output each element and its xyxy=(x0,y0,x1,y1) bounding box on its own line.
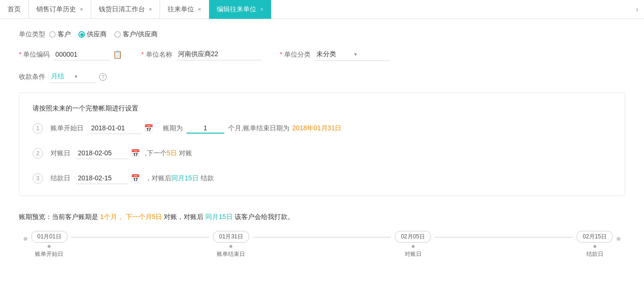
preview-label: 账期预览：当前客户账期是 xyxy=(19,213,98,220)
step-2-row: 2 对账日 📅 ,下一个 5日 对账 xyxy=(33,147,611,159)
step-1-period-input[interactable] xyxy=(186,123,224,134)
tl-label-1: 账单开始日 xyxy=(35,250,63,258)
radio-group: 客户 供应商 客户/供应商 xyxy=(49,30,158,39)
unit-name-label: 单位名称 xyxy=(141,51,172,59)
radio-label-customer: 客户 xyxy=(58,30,71,39)
tl-point-1: 01月01日 账单开始日 xyxy=(27,231,71,258)
unit-category-label: 单位分类 xyxy=(280,51,311,59)
tab-edit-contact[interactable]: 编辑往来单位 × xyxy=(209,0,271,19)
tl-label-4: 结款日 xyxy=(586,250,603,258)
step-3-num: 3 xyxy=(33,173,43,184)
preview-payment-post: 该客户会给我打款。 xyxy=(235,213,294,220)
tl-dot-4 xyxy=(593,245,596,248)
step-3-date-input[interactable] xyxy=(76,172,128,184)
tl-point-3: 02月05日 对账日 xyxy=(391,231,435,258)
radio-both[interactable]: 客户/供应商 xyxy=(114,30,158,39)
step-3-row: 3 结款日 📅 ，对账后 同月15日 结款 xyxy=(33,172,611,184)
timeline: 01月01日 账单开始日 01月31日 账单结束日 02月05日 xyxy=(19,231,625,258)
preview-text: 账期预览：当前客户账期是 1个月， 下一个月5日 对账，对账后 同月15日 该客… xyxy=(19,205,625,231)
step-2-num: 2 xyxy=(33,148,43,159)
tab-bar: 首页 销售订单历史 × 钱货日清工作台 × 往来单位 × 编辑往来单位 × › xyxy=(0,0,644,19)
payment-condition-group: 收款条件 月结 ▾ ? xyxy=(19,70,107,83)
tl-label-3: 对账日 xyxy=(405,250,422,258)
unit-code-input-wrapper: 📋 xyxy=(53,49,122,60)
step-1-date-wrapper: 📅 xyxy=(89,122,153,134)
code-name-category-row: 单位编码 📋 单位名称 单位分类 未分类 ▾ xyxy=(19,48,625,61)
unit-code-input[interactable] xyxy=(53,49,110,60)
period-settings-section: 请按照未来的一个完整帐期进行设置 1 账单开始日 📅 账期为 个月,账单结束日期… xyxy=(19,93,625,196)
preview-reconcile-post: 对账，对账后 xyxy=(164,213,203,220)
tl-point-4: 02月15日 结款日 xyxy=(573,231,617,258)
payment-condition-select[interactable]: 月结 ▾ xyxy=(49,70,96,83)
unit-code-group: 单位编码 📋 xyxy=(19,49,122,60)
unit-name-input[interactable] xyxy=(176,49,261,60)
tab-contacts[interactable]: 往来单位 × xyxy=(160,0,209,19)
radio-circle-supplier xyxy=(78,31,85,38)
radio-circle-both xyxy=(114,31,121,38)
tl-point-2: 01月31日 账单结束日 xyxy=(209,231,253,258)
tab-close-sales[interactable]: × xyxy=(80,6,83,13)
tl-dot-1 xyxy=(48,245,51,248)
step-1-num: 1 xyxy=(33,123,43,134)
step-3-calendar-icon[interactable]: 📅 xyxy=(131,174,140,183)
step-1-calendar-icon[interactable]: 📅 xyxy=(144,124,153,133)
tl-right-cap xyxy=(617,231,620,241)
step-3-post: 结款 xyxy=(201,174,214,183)
tab-close-contacts[interactable]: × xyxy=(198,6,201,13)
preview-payment: 同月15日 xyxy=(205,213,233,220)
step-1-period-end: 2018年01月31日 xyxy=(292,124,341,133)
radio-label-both: 客户/供应商 xyxy=(123,30,158,39)
step-2-date-input[interactable] xyxy=(76,147,128,159)
unit-type-group: 单位类型 客户 供应商 客户/供应商 xyxy=(19,30,158,39)
unit-category-select[interactable]: 未分类 ▾ xyxy=(314,48,390,61)
unit-code-icon[interactable]: 📋 xyxy=(113,50,122,59)
tab-more-arrow[interactable]: › xyxy=(630,5,644,14)
section-title: 请按照未来的一个完整帐期进行设置 xyxy=(33,104,611,113)
tab-close-cashier[interactable]: × xyxy=(149,6,152,13)
step-2-calendar-icon[interactable]: 📅 xyxy=(131,149,140,158)
step-2-label: 对账日 xyxy=(51,149,70,158)
radio-label-supplier: 供应商 xyxy=(87,30,107,39)
step-1-date-input[interactable] xyxy=(89,122,141,134)
payment-condition-arrow: ▾ xyxy=(75,73,94,80)
step-1-period-label: 账期为 xyxy=(163,124,183,133)
tl-left-cap xyxy=(24,231,27,241)
payment-condition-value: 月结 xyxy=(51,72,71,81)
payment-condition-label: 收款条件 xyxy=(19,73,45,81)
step-1-label: 账单开始日 xyxy=(51,124,84,133)
unit-category-value: 未分类 xyxy=(316,50,350,59)
tl-dot-2 xyxy=(229,245,232,248)
main-content: 单位类型 客户 供应商 客户/供应商 单位编码 xyxy=(0,19,644,287)
step-2-date-wrapper: 📅 xyxy=(76,147,140,159)
tl-label-2: 账单结束日 xyxy=(217,250,245,258)
tab-home[interactable]: 首页 xyxy=(0,0,29,19)
unit-category-group: 单位分类 未分类 ▾ xyxy=(280,48,390,61)
step-1-row: 1 账单开始日 📅 账期为 个月,账单结束日期为 2018年01月31日 xyxy=(33,122,611,134)
radio-circle-customer xyxy=(49,31,56,38)
help-icon[interactable]: ? xyxy=(99,73,107,81)
tl-pill-2: 01月31日 xyxy=(213,231,249,243)
tab-close-edit-contact[interactable]: × xyxy=(260,6,263,13)
radio-supplier[interactable]: 供应商 xyxy=(78,30,107,39)
unit-type-row: 单位类型 客户 供应商 客户/供应商 xyxy=(19,30,625,39)
payment-condition-row: 收款条件 月结 ▾ ? xyxy=(19,70,625,83)
tab-sales-history[interactable]: 销售订单历史 × xyxy=(29,0,91,19)
step-2-highlight: 5日 xyxy=(167,149,177,158)
tl-points: 01月01日 账单开始日 01月31日 账单结束日 02月05日 xyxy=(27,231,617,258)
step-3-date-wrapper: 📅 xyxy=(76,172,140,184)
tl-pill-4: 02月15日 xyxy=(576,231,613,243)
tl-dot-3 xyxy=(412,245,415,248)
tl-pill-3: 02月05日 xyxy=(395,231,431,243)
tl-dot-right xyxy=(617,237,620,241)
step-3-pre: ，对账后 xyxy=(145,174,171,183)
preview-reconcile: 下一个月5日 xyxy=(126,213,162,220)
radio-customer[interactable]: 客户 xyxy=(49,30,71,39)
tl-inner: 01月01日 账单开始日 01月31日 账单结束日 02月05日 xyxy=(27,231,617,258)
unit-type-label: 单位类型 xyxy=(19,30,45,39)
unit-name-group: 单位名称 xyxy=(141,49,261,60)
unit-category-arrow: ▾ xyxy=(354,51,388,58)
tl-dot-left xyxy=(24,237,27,241)
tab-cashier[interactable]: 钱货日清工作台 × xyxy=(91,0,160,19)
step-3-label: 结款日 xyxy=(51,174,70,183)
step-1-period-suffix: 个月,账单结束日期为 xyxy=(228,124,289,133)
